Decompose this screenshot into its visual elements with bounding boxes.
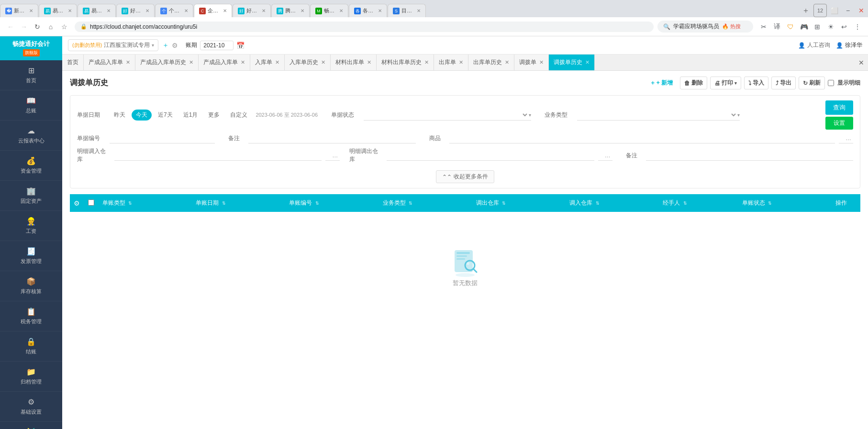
app-tab-transfer_history[interactable]: 调拨单历史✕ bbox=[549, 55, 595, 71]
minimize-button[interactable]: − bbox=[841, 4, 855, 17]
sidebar-item-ledger[interactable]: 📖总账 bbox=[0, 90, 62, 121]
translate-button[interactable]: 译 bbox=[770, 20, 784, 33]
browser-tab-tab9[interactable]: M畅…✕ bbox=[310, 4, 348, 17]
collapse-button[interactable]: ⌃⌃ 收起更多条件 bbox=[436, 170, 494, 183]
shield-button[interactable]: 🛡 bbox=[784, 20, 797, 33]
app-tab-material_out_history[interactable]: 材料出库单历史✕ bbox=[377, 55, 434, 71]
to-wh-more-btn[interactable]: … bbox=[598, 151, 612, 161]
remark2-input[interactable] bbox=[646, 151, 853, 161]
date-pill-yesterday[interactable]: 昨天 bbox=[110, 110, 130, 121]
to-wh-input[interactable] bbox=[387, 151, 594, 161]
sidebar-item-closing[interactable]: 🔒结账 bbox=[0, 331, 62, 362]
date-pill-more[interactable]: 更多 bbox=[204, 110, 224, 121]
app-tab-home[interactable]: 首页 bbox=[62, 55, 84, 71]
app-tab-product_in2[interactable]: 产成品入库单✕ bbox=[199, 55, 250, 71]
export-button[interactable]: ⤴ 导出 bbox=[771, 77, 796, 89]
app-tab-close-product_in2[interactable]: ✕ bbox=[241, 59, 245, 66]
settings-header-btn[interactable]: ⚙ bbox=[172, 42, 178, 49]
settings-button[interactable]: 设置 bbox=[825, 117, 853, 130]
games-button[interactable]: 🎮 bbox=[797, 20, 811, 33]
sidebar-item-invoice[interactable]: 🧾发票管理 bbox=[0, 241, 62, 271]
th-handler[interactable]: 经手人 ⇅ bbox=[659, 194, 738, 212]
app-tab-close-in_history[interactable]: ✕ bbox=[321, 59, 325, 66]
browser-tab-tab7[interactable]: 好好…✕ bbox=[233, 4, 271, 17]
display-toggle[interactable]: 显示明细 bbox=[828, 79, 860, 87]
user-profile-btn[interactable]: 👤 徐泽华 bbox=[836, 41, 862, 49]
th-biz-type[interactable]: 业务类型 ⇅ bbox=[379, 194, 472, 212]
status-select[interactable] bbox=[364, 111, 529, 119]
app-tab-close-material_out_history[interactable]: ✕ bbox=[424, 59, 429, 66]
th-type[interactable]: 单账类型 ⇅ bbox=[99, 194, 192, 212]
app-tab-close-out_history[interactable]: ✕ bbox=[505, 59, 509, 66]
app-tab-material_out[interactable]: 材料出库单✕ bbox=[331, 55, 377, 71]
browser-tab-tab3[interactable]: 易易…✕ bbox=[78, 4, 116, 17]
reload-button[interactable]: ↻ bbox=[31, 20, 44, 33]
app-tab-close-product_in[interactable]: ✕ bbox=[126, 59, 130, 66]
sidebar-item-inventory[interactable]: 📦库存核算 bbox=[0, 271, 62, 301]
restore-window-button[interactable]: ⬜ bbox=[828, 4, 841, 17]
biz-type-select[interactable]: ▾ bbox=[577, 110, 740, 121]
browser-tab-tab11[interactable]: S目…✕ bbox=[388, 4, 426, 17]
date-pill-today[interactable]: 今天 bbox=[132, 110, 152, 121]
from-wh-input[interactable] bbox=[114, 151, 322, 161]
browser-tab-tab10[interactable]: 各各…✕ bbox=[349, 4, 387, 17]
customer-service-btn[interactable]: 👤 人工咨询 bbox=[798, 41, 830, 49]
menu-button[interactable]: ⋮ bbox=[851, 20, 864, 33]
order-no-input[interactable] bbox=[110, 133, 215, 143]
forward-button[interactable]: → bbox=[17, 20, 31, 33]
app-tab-product_in[interactable]: 产成品入库单✕ bbox=[84, 55, 135, 71]
search-text[interactable]: 学霸应聘场驱鸟员 bbox=[673, 22, 719, 31]
app-tab-out_history[interactable]: 出库单历史✕ bbox=[468, 55, 514, 71]
app-tab-out_order[interactable]: 出库单✕ bbox=[434, 55, 468, 71]
app-tab-close-product_in_history[interactable]: ✕ bbox=[189, 59, 193, 66]
goods-more-btn[interactable]: … bbox=[839, 133, 853, 143]
date-pill-7days[interactable]: 近7天 bbox=[154, 110, 177, 121]
sidebar-item-funds[interactable]: 💰资金管理 bbox=[0, 151, 62, 181]
th-no[interactable]: 单账编号 ⇅ bbox=[285, 194, 378, 212]
extensions-button[interactable]: ✂ bbox=[757, 20, 770, 33]
sidebar-item-tax[interactable]: 📋税务管理 bbox=[0, 301, 62, 331]
grid-button[interactable]: ⊞ bbox=[811, 20, 824, 33]
browser-tab-tab8[interactable]: 腾腾…✕ bbox=[271, 4, 310, 17]
calendar-icon[interactable]: 📅 bbox=[236, 42, 245, 49]
import-button[interactable]: ⤵ 导入 bbox=[744, 77, 768, 89]
add-button[interactable]: ＋ + 新增 bbox=[645, 77, 677, 89]
app-tab-close-in_order[interactable]: ✕ bbox=[275, 59, 279, 66]
sidebar-item-wages[interactable]: 👷工资 bbox=[0, 211, 62, 241]
th-settings[interactable]: ⚙ bbox=[70, 194, 84, 212]
browser-tab-tab5[interactable]: 个个…✕ bbox=[155, 4, 193, 17]
biz-type-select-input[interactable] bbox=[577, 111, 737, 119]
browser-tab-tab6[interactable]: C企…✕ bbox=[194, 4, 232, 17]
browser-tab-tab1[interactable]: �新…✕ bbox=[0, 4, 38, 17]
app-tab-close-material_out[interactable]: ✕ bbox=[367, 59, 371, 66]
period-input[interactable] bbox=[200, 41, 234, 50]
theme-button[interactable]: ☀ bbox=[824, 20, 837, 33]
back-button[interactable]: ← bbox=[4, 20, 17, 33]
th-to-wh[interactable]: 调入仓库 ⇅ bbox=[566, 194, 659, 212]
browser-tab-tab2[interactable]: 易易…✕ bbox=[39, 4, 77, 17]
app-tab-close-transfer_history[interactable]: ✕ bbox=[585, 59, 590, 66]
browser-tab-tab4[interactable]: 好好…✕ bbox=[116, 4, 155, 17]
home-button[interactable]: ⌂ bbox=[44, 20, 57, 33]
sidebar-item-settings[interactable]: ⚙基础设置 bbox=[0, 392, 62, 422]
company-selector[interactable]: (勿删勿禁用) 江西服宝测试专用 ▾ bbox=[68, 39, 158, 51]
sidebar-item-archive[interactable]: 📁归档管理 bbox=[0, 362, 62, 392]
date-pill-1month[interactable]: 近1月 bbox=[179, 110, 202, 121]
app-tab-transfer[interactable]: 调拨单✕ bbox=[514, 55, 549, 71]
app-tab-in_order[interactable]: 入库单✕ bbox=[250, 55, 285, 71]
query-button[interactable]: 查询 bbox=[825, 100, 853, 115]
app-tab-close-out_order[interactable]: ✕ bbox=[459, 59, 463, 66]
close-all-tabs-btn[interactable]: ✕ bbox=[855, 59, 868, 66]
tab-count-button[interactable]: 12 bbox=[813, 4, 827, 17]
display-toggle-checkbox[interactable] bbox=[828, 80, 834, 86]
th-date[interactable]: 单账日期 ⇅ bbox=[192, 194, 285, 212]
new-tab-button[interactable]: ＋ bbox=[799, 4, 812, 17]
sidebar-logo[interactable]: 畅捷通好会计 旗舰版 bbox=[0, 36, 62, 60]
print-button[interactable]: 🖨 打印 ▾ bbox=[710, 77, 741, 89]
sidebar-item-guide[interactable]: 🔰新手引导 bbox=[0, 422, 62, 429]
date-pill-custom[interactable]: 自定义 bbox=[226, 110, 252, 121]
remark-input[interactable] bbox=[248, 133, 416, 143]
status-filter-select[interactable]: ▾ bbox=[364, 110, 531, 121]
sidebar-item-assets[interactable]: 🏢固定资产 bbox=[0, 181, 62, 211]
address-bar[interactable]: 🔒 https://cloud.chanjet.com/accounting/u… bbox=[75, 22, 654, 32]
